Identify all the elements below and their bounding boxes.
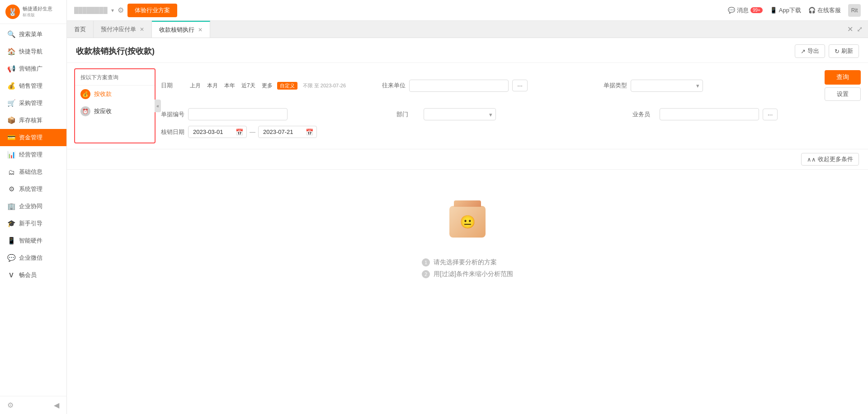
sidebar-footer: ⚙ ◀: [0, 396, 66, 414]
filter-option-by-receipt[interactable]: 💰 按收款: [75, 86, 155, 103]
writeoff-end-calendar-icon[interactable]: 📅: [306, 128, 313, 136]
user-avatar[interactable]: Rit: [848, 4, 861, 17]
sidebar-item-business[interactable]: 📊 经营管理: [0, 146, 66, 163]
sidebar-collapse-btn[interactable]: ◀: [54, 401, 59, 409]
basic-icon: 🗂: [7, 168, 15, 176]
counterparty-dots-button[interactable]: ···: [512, 80, 528, 91]
filter-option-label: 按收款: [94, 90, 112, 98]
sidebar-item-label: 企业协同: [19, 202, 42, 210]
empty-illustration: 😐: [445, 206, 490, 251]
empty-hint-1: 1 请先选择要分析的方案: [422, 258, 513, 266]
industry-solution-button[interactable]: 体验行业方案: [127, 4, 177, 17]
app-label: App下载: [779, 6, 801, 14]
sidebar-item-basic[interactable]: 🗂 基础信息: [0, 163, 66, 181]
form-row-3: 核销日期 📅 — 📅: [161, 126, 861, 138]
tabbar: 首页 预付冲应付单 ✕ 收款核销执行 ✕ ✕ ⤢: [67, 21, 868, 38]
department-select-wrapper: [424, 108, 496, 120]
sidebar-item-label: 采购管理: [19, 99, 42, 107]
date-shortcut-last-month[interactable]: 上月: [188, 81, 203, 90]
tab-prepay-close-icon[interactable]: ✕: [140, 26, 144, 33]
refresh-button[interactable]: ↻ 刷新: [829, 44, 859, 58]
writeoff-start-wrap: 📅: [188, 126, 247, 138]
sidebar-item-label: 畅会员: [19, 271, 37, 279]
department-select[interactable]: [424, 108, 496, 120]
collapse-more-button[interactable]: ∧∧ 收起更多条件: [801, 153, 859, 166]
message-icon: 💬: [728, 7, 735, 14]
bill-type-select-wrapper: [631, 80, 703, 92]
tab-receipt-writeoff[interactable]: 收款核销执行 ✕: [152, 21, 210, 38]
filter-collapse-button[interactable]: «: [155, 100, 161, 112]
tab-close-all-icon[interactable]: ✕: [847, 25, 853, 33]
query-btn-area: 查询 设置: [825, 68, 861, 103]
writeoff-start-calendar-icon[interactable]: 📅: [236, 128, 243, 136]
date-range: 📅 — 📅: [188, 126, 317, 138]
sidebar-item-system[interactable]: ⚙ 系统管理: [0, 181, 66, 198]
export-icon: ↗: [801, 48, 806, 55]
sidebar-settings-btn[interactable]: ⚙: [7, 401, 14, 409]
tab-receipt-writeoff-close-icon[interactable]: ✕: [198, 27, 203, 33]
form-group-counterparty: 往来单位 ···: [382, 80, 596, 92]
sidebar-item-label: 资金管理: [19, 133, 42, 142]
sidebar-item-search[interactable]: 🔍 搜索菜单: [0, 26, 66, 43]
date-shortcut-this-month[interactable]: 本月: [205, 81, 220, 90]
sidebar-item-sales[interactable]: 💰 销售管理: [0, 77, 66, 95]
salesperson-dots-button[interactable]: ···: [763, 109, 778, 120]
collapse-up-icon: ∧∧: [807, 156, 816, 163]
filter-receipt-icon: 💰: [80, 89, 90, 99]
counterparty-input[interactable]: [409, 80, 509, 92]
search-icon: 🔍: [7, 30, 15, 38]
sidebar-item-label: 销售管理: [19, 82, 42, 90]
refresh-label: 刷新: [841, 47, 853, 55]
date-shortcut-more[interactable]: 更多: [260, 81, 274, 90]
sidebar: 🐰 畅捷通好生意 标准版 🔍 搜索菜单 🏠 快捷导航 📢 营销推广 💰 销售管理…: [0, 0, 67, 414]
sidebar-item-quick-nav[interactable]: 🏠 快捷导航: [0, 43, 66, 60]
content-area: 收款核销执行(按收款) ↗ 导出 ↻ 刷新 按以下方案查询: [67, 38, 868, 414]
date-custom-badge[interactable]: 自定义: [277, 82, 297, 90]
tab-home[interactable]: 首页: [67, 21, 94, 38]
date-shortcut-7days[interactable]: 近7天: [240, 81, 257, 90]
sidebar-item-guide[interactable]: 🎓 新手引导: [0, 215, 66, 232]
export-button[interactable]: ↗ 导出: [795, 44, 825, 58]
system-icon: ⚙: [7, 185, 15, 193]
date-shortcuts: 上月 本月 本年 近7天 更多 自定义: [188, 81, 297, 90]
settings-button[interactable]: 设置: [825, 87, 861, 101]
date-shortcut-this-year[interactable]: 本年: [222, 81, 237, 90]
page-header: 收款核销执行(按收款) ↗ 导出 ↻ 刷新: [67, 38, 868, 63]
refresh-icon: ↻: [835, 48, 840, 55]
app-download-button[interactable]: 📱 App下载: [770, 6, 801, 14]
filter-sidebar: 按以下方案查询 💰 按收款 ⏰ 按应收 «: [74, 68, 156, 143]
message-button[interactable]: 💬 消息 99+: [728, 6, 763, 14]
tabbar-actions: ✕ ⤢: [847, 25, 868, 33]
sidebar-item-hardware[interactable]: 📱 智能硬件: [0, 232, 66, 249]
bill-type-label: 单据类型: [604, 81, 627, 90]
empty-hint-2: 2 用[过滤]条件来缩小分析范围: [422, 270, 513, 278]
message-label: 消息: [737, 6, 749, 14]
query-button[interactable]: 查询: [825, 70, 861, 85]
online-service-button[interactable]: 🎧 在线客服: [808, 6, 841, 14]
app-icon: 📱: [770, 7, 777, 14]
form-group-salesperson: 业务员 ···: [632, 108, 861, 120]
topbar-gear-icon[interactable]: ⚙: [118, 6, 124, 14]
empty-state: 😐 1 请先选择要分析的方案 2 用[过滤]条件来缩小分析范围: [67, 170, 868, 314]
sidebar-item-inventory[interactable]: 📦 库存核算: [0, 112, 66, 129]
filter-option-by-receivable[interactable]: ⏰ 按应收: [75, 103, 155, 120]
tab-prepay[interactable]: 预付冲应付单 ✕: [94, 21, 152, 38]
sidebar-item-marketing[interactable]: 📢 营销推广: [0, 60, 66, 77]
sidebar-item-purchase[interactable]: 🛒 采购管理: [0, 95, 66, 112]
tab-maximize-icon[interactable]: ⤢: [857, 25, 863, 33]
sidebar-item-finance[interactable]: 💳 资金管理: [0, 129, 66, 146]
guide-icon: 🎓: [7, 219, 15, 228]
sidebar-item-label: 库存核算: [19, 116, 42, 124]
bill-type-select[interactable]: [631, 80, 703, 92]
bill-no-input[interactable]: [188, 108, 288, 120]
sidebar-item-enterprise[interactable]: 🏢 企业协同: [0, 198, 66, 215]
sidebar-item-wechat[interactable]: 💬 企业微信: [0, 249, 66, 266]
salesperson-label: 业务员: [632, 110, 656, 119]
topbar-chevron-icon[interactable]: ▾: [111, 7, 114, 14]
salesperson-input[interactable]: [660, 108, 759, 120]
empty-hint-2-text: 用[过滤]条件来缩小分析范围: [434, 270, 513, 278]
service-icon: 🎧: [808, 7, 816, 14]
empty-box: 😐: [449, 206, 486, 238]
sidebar-item-vip[interactable]: V 畅会员: [0, 266, 66, 284]
page-title: 收款核销执行(按收款): [76, 46, 155, 57]
